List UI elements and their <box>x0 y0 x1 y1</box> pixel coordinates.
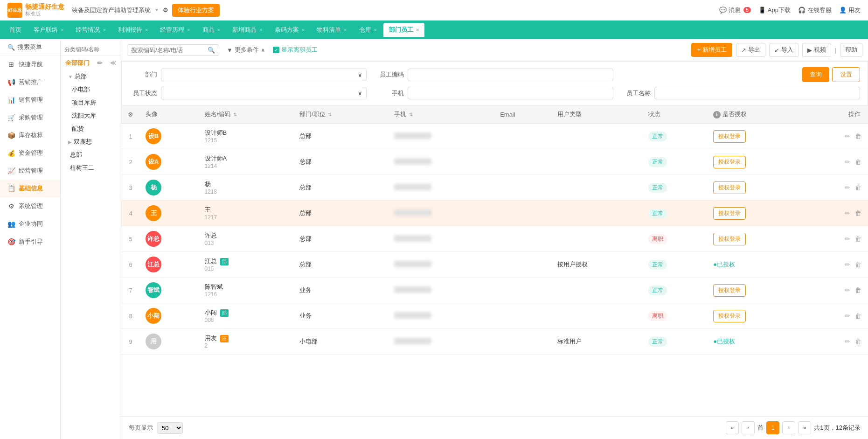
more-filter-btn[interactable]: ▼ 更多条件 ∧ <box>223 44 269 56</box>
gear-icon[interactable]: ⚙ <box>163 7 168 14</box>
tab-close-icon[interactable]: × <box>302 27 305 33</box>
col-dept[interactable]: 部门/职位 ⇅ <box>294 105 389 124</box>
last-page-btn[interactable]: » <box>798 421 811 434</box>
nav-tab-利润报告[interactable]: 利润报告 × <box>112 23 153 37</box>
col-name[interactable]: 姓名/编码 ⇅ <box>199 105 294 124</box>
sidebar-item-采购管理[interactable]: 🛒采购管理 <box>0 109 60 126</box>
export-btn[interactable]: ↗ 导出 <box>736 43 765 57</box>
nav-tab-物料清单[interactable]: 物料清单 × <box>311 23 352 37</box>
employee-search-input[interactable] <box>131 47 206 54</box>
nav-tab-商品[interactable]: 商品 × <box>197 23 226 37</box>
reset-btn[interactable]: 设置 <box>832 67 860 82</box>
dept-item-xiaodian[interactable]: 小电部 <box>61 83 121 96</box>
delete-btn[interactable]: 🗑 <box>855 209 861 217</box>
sidebar-item-快捷导航[interactable]: ⊞快捷导航 <box>0 56 60 73</box>
dept-item-zhishu[interactable]: 植树王二 <box>61 161 121 174</box>
edit-btn[interactable]: ✏ <box>845 209 850 217</box>
delete-btn[interactable]: 🗑 <box>855 312 861 320</box>
sidebar-item-基础信息[interactable]: 📋基础信息 <box>0 180 60 197</box>
current-page-btn[interactable]: 1 <box>766 421 779 434</box>
show-resigned-toggle[interactable]: ✓ 显示离职员工 <box>273 46 318 54</box>
nav-tab-条码方案[interactable]: 条码方案 × <box>269 23 310 37</box>
delete-btn[interactable]: 🗑 <box>855 132 861 140</box>
auth-login-btn[interactable]: 授权登录 <box>713 310 746 322</box>
help-btn[interactable]: 帮助 <box>840 43 862 57</box>
add-employee-btn[interactable]: + 新增员工 <box>691 43 732 57</box>
tab-close-icon[interactable]: × <box>187 27 190 33</box>
nav-tab-仓库[interactable]: 仓库 × <box>354 23 382 37</box>
phone-input[interactable] <box>408 87 613 99</box>
auth-login-btn[interactable]: 授权登录 <box>713 233 746 245</box>
delete-btn[interactable]: 🗑 <box>855 338 861 345</box>
auth-login-btn[interactable]: 授权登录 <box>713 156 746 168</box>
experience-btn[interactable]: 体验行业方案 <box>172 4 220 17</box>
first-page-btn[interactable]: « <box>726 421 739 434</box>
delete-btn[interactable]: 🗑 <box>855 158 861 166</box>
dept-search-box[interactable]: 🔍 <box>61 43 121 56</box>
auth-login-btn[interactable]: 授权登录 <box>713 207 746 220</box>
nav-tab-部门员工[interactable]: 部门员工 × <box>383 23 424 37</box>
edit-btn[interactable]: ✏ <box>845 261 850 268</box>
delete-btn[interactable]: 🗑 <box>855 286 861 294</box>
next-page-btn[interactable]: › <box>782 421 795 434</box>
dept-item-headquarter[interactable]: ▼ 总部 <box>61 70 121 83</box>
tab-close-icon[interactable]: × <box>416 27 419 33</box>
edit-icon[interactable]: ✏ <box>97 59 103 67</box>
sidebar-item-新手引导[interactable]: 🎯新手引导 <box>0 233 60 251</box>
search-menu-item[interactable]: 🔍 搜索菜单 <box>0 39 60 56</box>
tab-close-icon[interactable]: × <box>344 27 347 33</box>
edit-btn[interactable]: ✏ <box>845 338 850 345</box>
emp-code-input[interactable] <box>408 69 613 81</box>
auth-login-btn[interactable]: 授权登录 <box>713 181 746 194</box>
dept-filter-select[interactable]: ∨ <box>161 69 367 81</box>
dept-header[interactable]: 全部部门 ✏ ≪ <box>61 56 121 70</box>
sidebar-item-销售管理[interactable]: 📊销售管理 <box>0 91 60 109</box>
dept-item-xiangmu[interactable]: 项目库房 <box>61 96 121 109</box>
edit-btn[interactable]: ✏ <box>845 312 850 320</box>
edit-btn[interactable]: ✏ <box>845 158 850 166</box>
auth-info-icon[interactable]: ℹ <box>713 111 721 118</box>
user-btn[interactable]: 👤 用友 <box>839 6 861 14</box>
nav-tab-经营情况[interactable]: 经营情况 × <box>70 23 111 37</box>
dept-item-shuanglu[interactable]: ▶ 双鹿想 <box>61 135 121 148</box>
sidebar-item-营销推广[interactable]: 📢营销推广 <box>0 73 60 91</box>
nav-tab-新增商品[interactable]: 新增商品 × <box>227 23 268 37</box>
tab-close-icon[interactable]: × <box>374 27 377 33</box>
sidebar-item-库存核算[interactable]: 📦库存核算 <box>0 126 60 144</box>
emp-name-input[interactable] <box>654 87 860 99</box>
sidebar-item-企业协同[interactable]: 👥企业协同 <box>0 215 60 233</box>
tab-close-icon[interactable]: × <box>217 27 220 33</box>
message-btn[interactable]: 💬 消息 5 <box>719 6 751 14</box>
per-page-select[interactable]: 50 100 200 <box>157 422 183 434</box>
app-download-btn[interactable]: 📱 App下载 <box>758 6 791 14</box>
online-service-btn[interactable]: 🎧 在线客服 <box>798 6 832 14</box>
nav-tab-客户联络[interactable]: 客户联络 × <box>28 23 69 37</box>
dept-item-zongbu[interactable]: 总部 <box>61 148 121 161</box>
view-btn[interactable]: ▶ 视频 <box>802 43 831 57</box>
tab-close-icon[interactable]: × <box>103 27 105 33</box>
delete-btn[interactable]: 🗑 <box>855 261 861 268</box>
nav-tab-经营历程[interactable]: 经营历程 × <box>154 23 195 37</box>
auth-login-btn[interactable]: 授权登录 <box>713 130 746 143</box>
tab-close-icon[interactable]: × <box>145 27 148 33</box>
dept-item-shenyang[interactable]: 沈阳大库 <box>61 109 121 122</box>
prev-page-btn[interactable]: ‹ <box>742 421 755 434</box>
col-settings[interactable]: ⚙ <box>121 105 140 124</box>
sidebar-item-经营管理[interactable]: 📈经营管理 <box>0 162 60 180</box>
tab-close-icon[interactable]: × <box>259 27 262 33</box>
sidebar-item-系统管理[interactable]: ⚙系统管理 <box>0 197 60 215</box>
delete-btn[interactable]: 🗑 <box>855 184 861 191</box>
edit-btn[interactable]: ✏ <box>845 184 850 191</box>
edit-btn[interactable]: ✏ <box>845 235 850 243</box>
collapse-icon[interactable]: ≪ <box>110 60 116 66</box>
sidebar-item-资金管理[interactable]: 💰资金管理 <box>0 144 60 162</box>
employee-search-box[interactable]: 🔍 <box>127 44 219 56</box>
edit-btn[interactable]: ✏ <box>845 132 850 140</box>
auth-login-btn[interactable]: 授权登录 <box>713 284 746 297</box>
emp-status-select[interactable]: ∨ <box>161 87 367 99</box>
query-btn[interactable]: 查询 <box>802 67 829 82</box>
dept-item-peihuo[interactable]: 配货 <box>61 122 121 135</box>
delete-btn[interactable]: 🗑 <box>855 235 861 243</box>
nav-tab-首页[interactable]: 首页 <box>4 23 27 37</box>
import-btn[interactable]: ↙ 导入 <box>769 43 799 57</box>
